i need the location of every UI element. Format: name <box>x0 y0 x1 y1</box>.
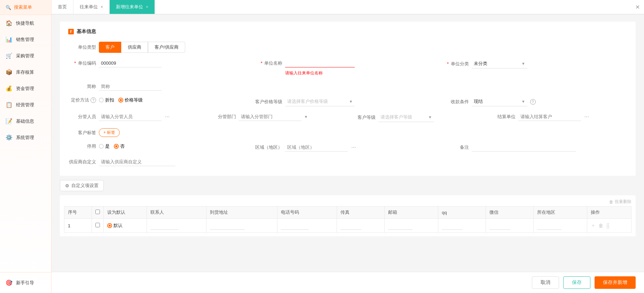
pricing-level-radio[interactable] <box>118 98 123 103</box>
inventory-icon: 📦 <box>6 69 13 75</box>
save-button[interactable]: 保存 <box>563 276 590 289</box>
col-wechat: 微信 <box>486 206 534 219</box>
settlement-input[interactable] <box>518 113 581 121</box>
tab-partners-close[interactable]: × <box>101 5 103 9</box>
add-row-icon[interactable]: ＋ <box>591 222 596 229</box>
sidebar-item-operations[interactable]: 📋 经营管理 <box>0 97 51 113</box>
sidebar-item-basic-info[interactable]: 📝 基础信息 <box>0 113 51 129</box>
unit-type-both-btn[interactable]: 客户/供应商 <box>148 42 185 53</box>
unit-name-input[interactable] <box>285 59 355 67</box>
disabled-region-row: 停用 是 否 <box>68 143 627 152</box>
sidebar-item-quick-nav[interactable]: 🏠 快捷导航 <box>0 15 51 31</box>
default-radio[interactable] <box>107 223 112 228</box>
select-all-checkbox[interactable] <box>95 210 100 214</box>
unit-type-field: 单位类型 客户 供应商 客户/供应商 <box>68 42 627 53</box>
customer-price-field: 客户价格等级 请选择客户价格等级 ▼ <box>254 97 441 106</box>
pricing-discount-option[interactable]: 折扣 <box>99 97 114 103</box>
sidebar-item-inventory[interactable]: 📦 库存核算 <box>0 64 51 80</box>
unit-code-input[interactable] <box>99 59 162 67</box>
sidebar-item-beginner[interactable]: 🎯 新手引导 <box>0 276 51 290</box>
sidebar-search[interactable]: 🔍 搜索菜单 <box>0 0 51 15</box>
unit-type-customer-btn[interactable]: 客户 <box>99 42 121 53</box>
sidebar-item-sales[interactable]: 📊 销售管理 <box>0 31 51 48</box>
col-fax: 传真 <box>337 206 385 219</box>
department-input[interactable] <box>239 113 301 121</box>
customer-level-select[interactable]: 请选择客户等级 ▼ <box>378 113 434 122</box>
disabled-yes-option[interactable]: 是 <box>99 143 110 149</box>
pricing-level-option[interactable]: 价格等级 <box>118 97 143 103</box>
tabs-close-all[interactable]: ✕ <box>631 0 644 14</box>
tab-home[interactable]: 首页 <box>52 0 73 14</box>
chevron-down-icon3: ▼ <box>521 99 525 104</box>
default-radio-item[interactable]: 默认 <box>107 222 143 229</box>
tab-new-partner-close[interactable]: × <box>146 5 148 9</box>
cell-address[interactable] <box>206 219 277 233</box>
email-input[interactable] <box>388 221 413 230</box>
pricing-help-icon[interactable]: ? <box>91 97 96 103</box>
search-icon: 🔍 <box>6 5 11 10</box>
payment-terms-select[interactable]: 现结 ▼ <box>472 97 527 106</box>
pricing-radio-group: 折扣 价格等级 <box>99 97 143 103</box>
payment-terms-value: 现结 <box>474 98 483 105</box>
sidebar-item-label: 经营管理 <box>16 102 34 108</box>
payment-help-icon[interactable]: ? <box>530 99 536 105</box>
cell-qq[interactable] <box>438 219 486 233</box>
contact-input[interactable] <box>150 221 178 230</box>
unit-name-field: * 单位名称 请输入往来单位名称 <box>254 59 441 76</box>
supplier-custom-label: 供应商自定义 <box>68 159 96 165</box>
manager-dots-btn[interactable]: ··· <box>164 114 170 120</box>
delete-row-icon[interactable]: 🗑 <box>598 223 603 228</box>
customer-level-placeholder: 请选择客户等级 <box>380 114 412 120</box>
unit-type-supplier-btn[interactable]: 供应商 <box>121 42 148 53</box>
disabled-no-option[interactable]: 否 <box>114 143 125 149</box>
custom-settings-btn[interactable]: ⚙ 自定义项设置 <box>60 180 104 191</box>
pricing-discount-radio[interactable] <box>99 98 104 103</box>
sidebar-item-system[interactable]: ⚙️ 系统管理 <box>0 129 51 146</box>
cell-email[interactable] <box>385 219 438 233</box>
region-dots-btn[interactable]: ··· <box>351 144 356 150</box>
disabled-no-radio[interactable] <box>114 144 119 149</box>
wechat-input[interactable] <box>489 221 510 230</box>
unit-category-value: 未分类 <box>474 60 487 67</box>
region-input[interactable] <box>285 143 348 152</box>
cell-wechat[interactable] <box>486 219 534 233</box>
cell-phone[interactable] <box>277 219 337 233</box>
tab-new-partner[interactable]: 新增往来单位 × <box>110 0 155 14</box>
row-checkbox[interactable] <box>95 223 100 227</box>
supplier-custom-input[interactable] <box>99 158 175 166</box>
address-input[interactable] <box>210 221 245 230</box>
col-checkbox[interactable] <box>92 206 104 219</box>
disabled-yes-radio[interactable] <box>99 144 104 149</box>
phone-input[interactable] <box>281 221 309 230</box>
remark-input[interactable] <box>472 143 576 152</box>
table-row: 1 默认 <box>64 219 631 233</box>
drag-handle-icon[interactable]: ⣿ <box>606 223 610 228</box>
add-tag-btn[interactable]: + 标签 <box>99 128 120 137</box>
chevron-down-icon: ▼ <box>521 62 525 66</box>
location-input[interactable] <box>537 221 561 230</box>
batch-delete-btn[interactable]: 🗑 批量删除 <box>64 199 631 205</box>
cell-contact[interactable] <box>147 219 206 233</box>
qq-input[interactable] <box>442 221 463 230</box>
unit-category-select[interactable]: 未分类 ▼ <box>472 59 527 68</box>
settlement-dots-btn[interactable]: ··· <box>584 114 590 120</box>
sidebar-item-finance[interactable]: 💰 资金管理 <box>0 80 51 97</box>
tab-partners[interactable]: 往来单位 × <box>73 0 110 14</box>
fax-input[interactable] <box>340 221 361 230</box>
manager-row: 分管人员 ··· 分管部门 ▼ 客户等级 请选择客户等级 ▼ <box>68 113 627 122</box>
cell-location[interactable] <box>534 219 587 233</box>
cell-checkbox[interactable] <box>92 219 104 233</box>
sidebar-item-purchase[interactable]: 🛒 采购管理 <box>0 48 51 64</box>
settlement-label: 结算单位 <box>488 114 516 120</box>
section-title: F 基本信息 <box>68 29 627 35</box>
manager-input[interactable] <box>99 113 162 121</box>
basic-info-card: F 基本信息 单位类型 客户 供应商 客户/供应商 <box>60 22 636 176</box>
cancel-button[interactable]: 取消 <box>532 276 559 289</box>
customer-price-select[interactable]: 请选择客户价格等级 ▼ <box>285 97 355 106</box>
unit-code-label: * 单位编码 <box>68 60 96 66</box>
cell-fax[interactable] <box>337 219 385 233</box>
short-name-input[interactable] <box>99 82 162 91</box>
sidebar: 🔍 搜索菜单 🏠 快捷导航 📊 销售管理 🛒 采购管理 📦 库存核算 💰 资金管… <box>0 0 52 293</box>
customer-level-field: 客户等级 请选择客户等级 ▼ <box>348 113 488 122</box>
save-new-button[interactable]: 保存并新增 <box>595 276 636 289</box>
